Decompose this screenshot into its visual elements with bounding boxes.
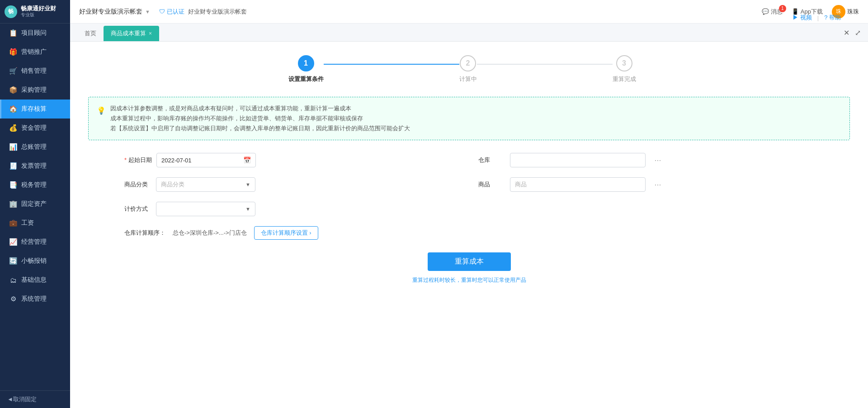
sidebar-item-sales[interactable]: 🛒 销售管理 [0,62,70,81]
step-3: 3 重算完成 [613,55,636,83]
warehouse-order-settings-btn[interactable]: 仓库计算顺序设置 › [254,226,318,240]
sidebar-icon-assets: 🏢 [9,200,18,208]
sidebar-label-salary: 工资 [21,219,34,227]
category-select[interactable]: 商品分类 ▼ [156,177,255,192]
logo-text: 畅康通好业财 [21,5,56,12]
form-area: *起始日期 2022-07-01 📅 仓库 ··· [88,153,850,284]
calendar-icon[interactable]: 📅 [243,157,251,164]
sidebar-icon-basic: 🗂 [9,276,18,284]
sidebar-label-finance: 资金管理 [21,124,47,132]
close-window-btn[interactable]: ✕ [844,28,849,37]
tab-cost-recalc[interactable]: 商品成本重算 × [104,26,159,41]
warehouse-input[interactable] [510,153,646,167]
start-date-input[interactable]: 2022-07-01 📅 [156,153,256,167]
sidebar-label-purchase: 采购管理 [21,86,47,94]
warehouse-order-label: 仓库计算顺序： [124,229,165,237]
sidebar-label-operation: 经营管理 [21,238,47,246]
sidebar-item-inventory[interactable]: 🏠 库存核算 [0,100,70,119]
sidebar-icon-invoice: 🧾 [9,162,18,170]
sidebar-icon-finance: 💰 [9,124,18,132]
message-icon: 💬 [762,8,769,15]
main-wrapper: 好业财专业版演示帐套 ▼ 🛡 已认证 好业财专业版演示帐套 💬 消息 1 📱 A… [70,0,868,408]
price-method-arrow-icon: ▼ [245,206,250,212]
sidebar-item-salary[interactable]: 💼 工资 [0,213,70,232]
sidebar-label-inventory: 库存核算 [21,105,47,113]
tab-close-icon[interactable]: × [149,30,152,37]
sidebar-item-expense[interactable]: 🔄 小畅报销 [0,251,70,270]
fullscreen-btn[interactable]: ⤢ [855,28,861,37]
warehouse-more-btn[interactable]: ··· [655,156,668,165]
logo-sub: 专业版 [21,12,56,18]
sidebar-item-assets[interactable]: 🏢 固定资产 [0,195,70,213]
recalc-section: 重算成本 重算过程耗时较长，重算时您可以正常使用产品 [124,252,814,284]
goods-label: 商品 [478,180,505,189]
start-date-label: *起始日期 [124,156,152,164]
goods-more-btn[interactable]: ··· [655,180,668,190]
step-3-circle: 3 [616,55,632,71]
step-2: 2 计算中 [459,55,477,83]
sidebar-logo: 畅 畅康通好业财 专业版 [0,0,70,24]
form-row-1: *起始日期 2022-07-01 📅 仓库 ··· [124,153,814,167]
sidebar-item-basic[interactable]: 🗂 基础信息 [0,270,70,289]
warehouse-label: 仓库 [478,156,505,164]
sidebar-item-project[interactable]: 📋 项目顾问 [0,24,70,43]
price-method-label: 计价方式 [124,205,151,213]
unpin-button[interactable]: ◄取消固定 [0,390,70,408]
tab-bar: 首页 商品成本重算 × ✕ ⤢ [70,24,868,42]
sidebar-icon-system: ⚙ [9,295,18,303]
steps-container: 1 设置重算条件 2 计算中 3 重算完成 [88,55,850,83]
sidebar-item-operation[interactable]: 📈 经营管理 [0,232,70,251]
tab-controls: ✕ ⤢ [844,28,861,37]
required-mark: * [124,157,127,163]
form-row-2: 商品分类 商品分类 ▼ 商品 商品 ··· [124,177,814,192]
sidebar-icon-accounting: 📊 [9,143,18,151]
sidebar-icon-sales: 🛒 [9,67,18,75]
sidebar-item-purchase[interactable]: 📦 采购管理 [0,81,70,100]
step-2-circle: 2 [460,55,476,71]
goods-input[interactable]: 商品 [510,177,646,192]
sidebar-icon-purchase: 📦 [9,86,18,94]
category-placeholder: 商品分类 [161,180,184,189]
account-name: 好业财专业版演示帐套 [79,8,142,16]
warehouse-group: 仓库 ··· [478,153,814,167]
step-2-label: 计算中 [459,75,477,83]
info-box: 💡 因成本计算参数调整，或是对商品成本有疑问时，可以通过成本重算功能，重新计算一… [88,97,850,140]
sidebar-label-project: 项目顾问 [21,29,47,37]
sidebar-item-finance[interactable]: 💰 资金管理 [0,119,70,138]
tab-home[interactable]: 首页 [77,26,104,41]
warehouse-order-value: 总仓->深圳仓库->...->门店仓 [173,229,247,237]
sidebar-icon-operation: 📈 [9,238,18,246]
sidebar-label-basic: 基础信息 [21,276,47,284]
step-line-1 [324,64,459,65]
sidebar-icon-inventory: 🏠 [9,105,18,113]
sidebar-item-system[interactable]: ⚙ 系统管理 [0,289,70,308]
sidebar-item-accounting[interactable]: 📊 总账管理 [0,138,70,157]
category-label: 商品分类 [124,180,151,189]
account-selector[interactable]: 好业财专业版演示帐套 ▼ [79,8,150,16]
warehouse-order-row: 仓库计算顺序： 总仓->深圳仓库->...->门店仓 仓库计算顺序设置 › [124,226,814,240]
sidebar: 畅 畅康通好业财 专业版 📋 项目顾问 🎁 营销推广 🛒 销售管理 📦 采购管理… [0,0,70,408]
sidebar-label-expense: 小畅报销 [21,257,47,265]
sidebar-label-invoice: 发票管理 [21,162,47,170]
form-row-3: 计价方式 ▼ [124,202,814,216]
message-button[interactable]: 💬 消息 1 [762,8,783,16]
sidebar-label-system: 系统管理 [21,295,47,303]
sidebar-item-tax[interactable]: 📑 税务管理 [0,176,70,195]
goods-placeholder: 商品 [515,180,641,189]
recalc-hint: 重算过程耗时较长，重算时您可以正常使用产品 [412,276,526,284]
steps-wrapper: 1 设置重算条件 2 计算中 3 重算完成 [288,55,650,83]
recalc-button[interactable]: 重算成本 [428,252,511,271]
username: 珠珠 [847,8,859,16]
step-1: 1 设置重算条件 [288,55,324,83]
content-area: ▶ 视频 | ? 帮助 1 设置重算条件 2 计算中 3 重算完成 [70,42,868,408]
step-1-circle: 1 [298,55,314,71]
sidebar-label-tax: 税务管理 [21,181,47,189]
sidebar-icon-expense: 🔄 [9,257,18,265]
sidebar-icon-marketing: 🎁 [9,48,18,56]
top-header: 好业财专业版演示帐套 ▼ 🛡 已认证 好业财专业版演示帐套 💬 消息 1 📱 A… [70,0,868,24]
price-method-select[interactable]: ▼ [156,202,255,216]
start-date-group: *起始日期 2022-07-01 📅 [124,153,460,167]
info-icon: 💡 [97,104,106,117]
sidebar-item-marketing[interactable]: 🎁 营销推广 [0,43,70,62]
sidebar-item-invoice[interactable]: 🧾 发票管理 [0,157,70,176]
